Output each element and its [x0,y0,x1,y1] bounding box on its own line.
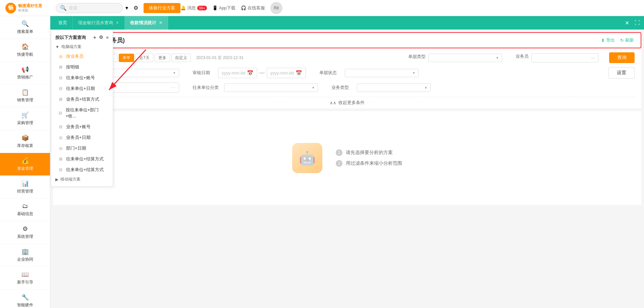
sidebar-item-label: 营销推广 [17,74,33,80]
date-tab-more[interactable]: 更多 [155,54,170,62]
from-unit-category-select[interactable]: ▾ [224,84,318,92]
trial-button[interactable]: 体验行业方案 [144,3,180,13]
doc-status-arrow: ▾ [413,71,415,75]
review-date-label: 审核日期 [193,70,213,76]
scheme-add-icon[interactable]: + [93,35,96,41]
tab-bank-close[interactable]: ✕ [116,20,119,25]
export-button[interactable]: ⬆ 导出 [601,37,615,43]
section-expand-arrow: ▼ [55,45,59,49]
business-type-select[interactable]: ▾ [357,84,431,92]
scheme-settings-icon[interactable]: ⚙ [99,35,103,41]
sidebar-item-guide[interactable]: 📖 新手引导 [0,267,50,290]
dropdown-icon[interactable]: ▾ [125,5,128,11]
scheme-mobile-section[interactable]: ▶ 移动端方案 [51,175,113,184]
sidebar-item-marketing[interactable]: 📢 营销推广 [0,62,50,85]
salesperson-more[interactable]: ··· [591,55,595,60]
scheme-item-icon-9: ⊞ [58,156,63,162]
refresh-button[interactable]: ↻ 刷新 [620,37,634,43]
scheme-item-from-unit-dept[interactable]: ⊟ 按往来单位+部门+收... [51,105,113,121]
basic-icon: 🗂 [22,203,28,210]
page-actions: ⬆ 导出 ↻ 刷新 [601,37,634,43]
page-title-bar: 收款情况统计(按业务员) ⬆ 导出 ↻ 刷新 [53,32,641,48]
date-tab-this-year[interactable]: 本年 [119,54,134,62]
section-title-text: 电脑端方案 [61,44,82,50]
settings-btn-area: 设置 [608,67,635,79]
tab-collection[interactable]: 收款情况统计 ✕ [125,16,168,30]
brand-name: 畅捷通好生意 [18,3,42,8]
from-unit-category-arrow: ▾ [312,86,314,90]
sidebar-item-basic[interactable]: 🗂 基础信息 [0,199,50,221]
logo-icon: 畅 [5,3,16,13]
scheme-item-from-unit-date[interactable]: ⊟ 往来单位+日期 [51,83,113,94]
settings-icon[interactable]: ⚙ [133,5,138,11]
settings-button[interactable]: 设置 [608,67,635,79]
collapse-button[interactable]: ∧∧ 收起更多条件 [60,97,635,108]
search-box[interactable]: 🔍 搜索 [56,3,123,13]
scheme-item-icon-3: ⊟ [58,86,63,91]
sidebar-item-label: 系统管理 [17,234,33,240]
query-button[interactable]: 查询 [609,52,635,63]
sidebar-item-purchase[interactable]: 🛒 采购管理 [0,107,50,130]
review-date-start-value: yyyy-mm-dd [222,70,246,75]
app-download-area[interactable]: 📱 App下载 [212,5,235,11]
tab-collection-label: 收款情况统计 [130,20,156,26]
from-unit-category-label: 往来单位分类 [193,85,219,91]
notification-area[interactable]: 🔔 消息 99+ [180,5,207,11]
sidebar-item-sales[interactable]: 📋 销售管理 [0,85,50,107]
tab-home[interactable]: 首页 [53,16,73,30]
scheme-item-salesperson-account[interactable]: ⊟ 业务员+账号 [51,121,113,132]
sidebar-item-search[interactable]: 🔍 搜索菜单 [0,16,50,39]
scheme-item-from-unit-account[interactable]: ⊟ 往来单位+账号 [51,72,113,83]
doc-status-select[interactable]: ▾ [345,69,419,77]
scheme-panel: 按以下方案查询 + ⚙ « ▼ 电脑端方案 ◎ 按业务员 ⊞ 按明细 ⊟ 往来单… [51,30,113,187]
doc-status-label: 单据状态 [319,70,339,76]
scheme-item-icon-10: ⊟ [58,167,63,172]
date-tab-custom[interactable]: 自定义 [171,54,191,62]
review-date-end[interactable]: yyyy-mm-dd 📅 [267,68,306,78]
sidebar-item-system[interactable]: ⚙ 系统管理 [0,221,50,244]
from-unit-more[interactable]: ··· [171,85,175,91]
date-filter-control: 上月 本月 本年 近7天 更多 自定义 2023-01-01 至 2023-12… [85,54,403,62]
scheme-item-label-4: 业务员+结算方式 [66,96,99,102]
avatar[interactable]: Rit [270,2,282,14]
review-date-control: yyyy-mm-dd 📅 — yyyy-mm-dd 📅 [218,68,306,78]
tab-collection-close[interactable]: ✕ [159,20,162,25]
scheme-item-by-detail[interactable]: ⊞ 按明细 [51,62,113,72]
scheme-desktop-section[interactable]: ▼ 电脑端方案 [51,43,113,51]
salesperson-select[interactable]: ··· [531,53,598,62]
doc-type-label: 单据类型 [408,54,426,62]
sales-icon: 📋 [21,89,29,96]
sidebar-item-smart[interactable]: 🔧 智能硬件 [0,290,50,308]
empty-tip-2: 2 用过滤条件来缩小分析范围 [336,160,402,167]
tip-2-text: 用过滤条件来缩小分析范围 [346,160,402,166]
doc-type-select[interactable]: ▾ [428,54,502,62]
online-service-area[interactable]: 🎧 在线客服 [241,5,265,11]
top-header: 畅 畅捷通好生意 标准版 🔍 搜索 ▾ ⚙ 体验行业方案 🔔 消息 99+ 📱 … [0,0,644,16]
date-separator: — [259,70,265,76]
scheme-item-salesperson-settlement[interactable]: ⊞ 业务员+结算方式 [51,94,113,105]
sidebar-item-operation[interactable]: 📊 经营管理 [0,176,50,199]
salesperson-area: 业务员 ··· [516,53,598,62]
sidebar-item-inventory[interactable]: 📦 库存核算 [0,130,50,153]
scheme-item-salesperson-date[interactable]: ◎ 业务员+日期 [51,132,113,143]
tab-bank[interactable]: 现金银行流水查询 ✕ [73,16,125,30]
review-date-start[interactable]: yyyy-mm-dd 📅 [218,68,257,78]
sidebar-item-enterprise[interactable]: 🏢 企业协同 [0,244,50,267]
scheme-item-from-unit-settlement2[interactable]: ⊟ 往来单位+结算方式 [51,164,113,175]
sidebar-item-quick-nav[interactable]: 🏠 快捷导航 [0,39,50,62]
scheme-item-icon-8: ◎ [58,146,63,151]
scheme-item-by-salesperson[interactable]: ◎ 按业务员 [51,51,113,62]
scheme-item-from-unit-settlement[interactable]: ⊞ 往来单位+结算方式 [51,154,113,164]
close-window-icon[interactable]: ✕ [624,20,631,26]
date-tab-7days[interactable]: 近7天 [136,54,153,62]
finance-icon: 💰 [21,157,29,164]
scheme-item-dept-date[interactable]: ◎ 部门+日期 [51,143,113,154]
sidebar-item-finance[interactable]: 💰 资金管理 [0,153,50,176]
tip-1-text: 请先选择要分析的方案 [346,150,393,156]
mobile-section-title: 移动端方案 [60,176,80,182]
collapse-icon: ∧∧ [330,100,336,105]
maximize-window-icon[interactable]: ⛶ [633,20,641,26]
scheme-item-label-3: 往来单位+日期 [66,86,95,92]
scheme-collapse-icon[interactable]: « [106,35,109,41]
tab-bar-right: ✕ ⛶ [624,20,641,26]
